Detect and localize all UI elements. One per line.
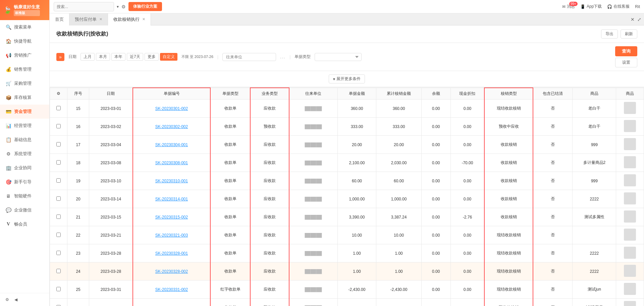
user-avatar[interactable]: Rit xyxy=(635,4,640,9)
cell-checkbox[interactable] xyxy=(50,154,67,172)
doc-no-link[interactable]: SK-20230310-001 xyxy=(155,179,188,183)
tabbar: 首页 预付应付单 ✕ 收款核销执行 ✕ ✕ ⤢ xyxy=(50,13,644,25)
app-download-btn[interactable]: 📱 App下载 xyxy=(580,4,602,9)
cell-checkbox[interactable] xyxy=(50,118,67,136)
date-btn-more[interactable]: 更多 xyxy=(145,53,159,61)
settings-icon[interactable]: ⚙ xyxy=(121,4,126,9)
tab-home[interactable]: 首页 xyxy=(50,13,69,25)
doc-no-link[interactable]: SK-20230331-002 xyxy=(155,287,188,292)
cell-goods-img xyxy=(616,299,644,306)
sidebar-item-quick-nav[interactable]: 🏠 快捷导航 xyxy=(0,34,49,48)
date-btn-last-month[interactable]: 上月 xyxy=(80,53,95,61)
date-btn-7days[interactable]: 近7天 xyxy=(127,53,143,61)
refresh-btn[interactable]: 刷新 xyxy=(621,29,637,39)
doc-no-link[interactable]: SK-20230328-002 xyxy=(155,269,188,274)
cell-checkbox[interactable] xyxy=(50,172,67,190)
doc-no-link[interactable]: SK-20230314-001 xyxy=(155,197,188,201)
cell-unit: ██████ xyxy=(289,118,338,136)
online-service-btn[interactable]: 🎧 在线客服 xyxy=(607,4,630,9)
doc-no-link[interactable]: SK-20230321-003 xyxy=(155,233,188,238)
date-label: 日期 xyxy=(68,54,76,60)
settings-footer-icon[interactable]: ⚙ xyxy=(5,297,9,302)
cell-cancel-type: 收款核销 xyxy=(484,136,533,154)
sidebar-item-finance[interactable]: 💳 资金管理 xyxy=(0,105,49,119)
sidebar-item-search[interactable]: 🔍 搜索菜单 xyxy=(0,20,49,34)
sidebar-item-inventory[interactable]: 📦 库存核算 xyxy=(0,90,49,105)
sidebar-item-guide[interactable]: 🎯 新手引导 xyxy=(0,175,49,189)
wechat-icon: 💬 xyxy=(5,207,11,213)
cell-checkbox[interactable] xyxy=(50,190,67,208)
doc-no-link[interactable]: SK-20230308-001 xyxy=(155,161,188,165)
sidebar-item-enterprise[interactable]: 🏢 企业协同 xyxy=(0,161,49,175)
th-doc-no: 单据编号 xyxy=(133,88,210,100)
date-custom-btn[interactable]: 自定义 xyxy=(160,53,177,61)
cell-checkbox[interactable] xyxy=(50,281,67,299)
cell-doc-no: SK-20230315-002 xyxy=(133,208,210,226)
sidebar-item-system[interactable]: ⚙ 系统管理 xyxy=(0,147,49,161)
cell-doc-no: SK-20230308-001 xyxy=(133,154,210,172)
doc-no-link[interactable]: SK-20230315-002 xyxy=(155,215,188,220)
close-all-icon[interactable]: ✕ xyxy=(631,17,635,22)
unit-filter-input[interactable] xyxy=(222,53,276,61)
sidebar-item-basic[interactable]: 📋 基础信息 xyxy=(0,133,49,147)
sidebar-item-member[interactable]: V 畅会员 xyxy=(0,217,49,231)
cell-include-settled: 否 xyxy=(533,172,573,190)
topbar-search-input[interactable] xyxy=(54,2,114,11)
sidebar: 🍃 畅康道好生意 标推版 🔍 搜索菜单 🏠 快捷导航 📢 营销推广 💰 销售管理… xyxy=(0,0,50,306)
sidebar-item-label: 快捷导航 xyxy=(14,38,32,44)
cell-checkbox[interactable] xyxy=(50,244,67,262)
query-btn[interactable]: 查询 xyxy=(615,46,637,56)
maximize-icon[interactable]: ⤢ xyxy=(637,17,641,22)
sidebar-item-wechat[interactable]: 💬 企业微信 xyxy=(0,203,49,217)
tab-collection-close[interactable]: ✕ xyxy=(142,17,145,21)
doc-no-link[interactable]: SK-20230304-001 xyxy=(155,142,188,147)
table-row: 15 2023-03-01 SK-20230301-002 收款单 应收款 ██… xyxy=(50,100,644,118)
cell-amount: 10.00 xyxy=(337,226,376,244)
sidebar-item-marketing[interactable]: 📢 营销推广 xyxy=(0,48,49,62)
doc-no-link[interactable]: SK-20230302-002 xyxy=(155,124,188,129)
sidebar-footer: ⚙ ◀ xyxy=(0,293,49,306)
cell-biz-type: 应收款 xyxy=(250,281,289,299)
unit-dots[interactable]: ... xyxy=(280,55,285,59)
sidebar-item-label: 新手引导 xyxy=(14,179,32,185)
notification-area[interactable]: ✉ 消息 99+ xyxy=(562,4,575,9)
cell-checkbox[interactable] xyxy=(50,226,67,244)
settings-btn[interactable]: 设置 xyxy=(615,58,637,67)
doc-no-link[interactable]: SK-20230328-001 xyxy=(155,251,188,256)
cell-include-settled: 否 xyxy=(533,118,573,136)
tab-prepay-close[interactable]: ✕ xyxy=(99,17,102,21)
cell-checkbox[interactable] xyxy=(50,100,67,118)
marketing-icon: 📢 xyxy=(5,53,11,58)
collapse-icon[interactable]: ◀ xyxy=(14,297,17,302)
cell-checkbox[interactable] xyxy=(50,299,67,306)
date-btn-this-year[interactable]: 本年 xyxy=(111,53,125,61)
cell-checkbox[interactable] xyxy=(50,136,67,154)
cell-checkbox[interactable] xyxy=(50,262,67,281)
cell-doc-type: 收款单 xyxy=(210,190,250,208)
type-label: 单据类型 xyxy=(294,54,311,60)
cell-discount: 0.00 xyxy=(450,100,484,118)
sidebar-item-operations[interactable]: 📊 经营管理 xyxy=(0,119,49,133)
cell-cancel-amount: 20.00 xyxy=(376,136,422,154)
doc-type-select[interactable] xyxy=(315,53,362,61)
sidebar-item-hardware[interactable]: 🖥 智能硬件 xyxy=(0,189,49,203)
sidebar-item-sales[interactable]: 💰 销售管理 xyxy=(0,62,49,76)
sidebar-item-purchase[interactable]: 🛒 采购管理 xyxy=(0,76,49,90)
date-btn-this-month[interactable]: 本月 xyxy=(96,53,110,61)
cell-discount: -2.76 xyxy=(450,208,484,226)
export-btn[interactable]: 导出 xyxy=(601,29,618,39)
doc-no-link[interactable]: SK-20230301-002 xyxy=(155,106,188,111)
expand-conditions-btn[interactable]: ▾ 展开更多条件 xyxy=(329,74,365,83)
table-row: 24 2023-03-28 SK-20230328-002 收款单 应收款 ██… xyxy=(50,262,644,281)
cell-doc-no: SK-20230331-002 xyxy=(133,281,210,299)
filter-toggle-btn[interactable]: » xyxy=(56,53,64,61)
cell-cancel-amount: 1,000.00 xyxy=(376,190,422,208)
cell-cancel-type: 现结收款核销 xyxy=(484,100,533,118)
tab-collection[interactable]: 收款核销执行 ✕ xyxy=(108,13,151,25)
dropdown-arrow[interactable]: ▾ xyxy=(117,4,119,9)
industry-btn[interactable]: 体验行业方案 xyxy=(128,2,162,11)
cell-checkbox[interactable] xyxy=(50,208,67,226)
th-gear[interactable]: ⚙ xyxy=(50,88,67,100)
tab-prepay[interactable]: 预付应付单 ✕ xyxy=(69,13,108,25)
cell-doc-type: 收款单 xyxy=(210,154,250,172)
